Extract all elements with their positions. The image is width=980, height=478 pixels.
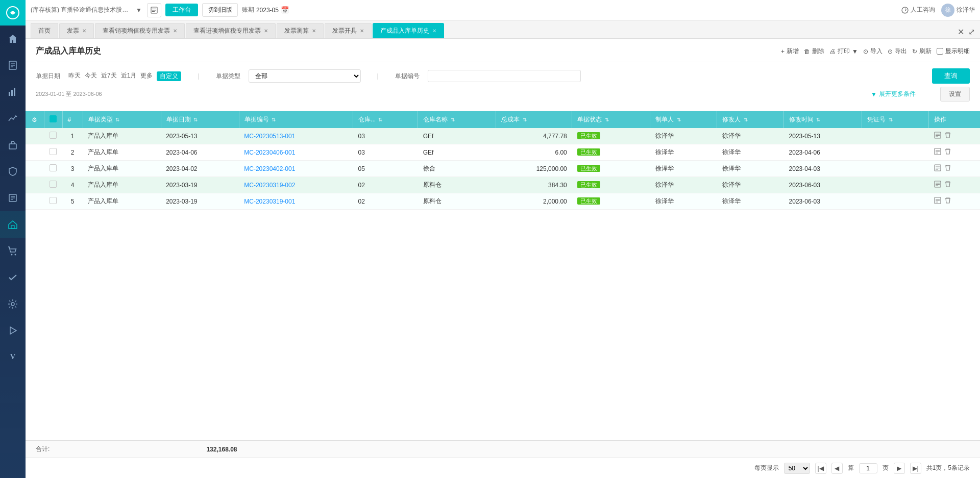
td-doc-no-4[interactable]: MC-20230319-001	[239, 193, 353, 210]
tab-check-sale-vat[interactable]: 查看销项增值税专用发票 ✕	[95, 23, 185, 38]
th-doc-date[interactable]: 单据日期 ⇅	[161, 111, 239, 128]
td-check-2[interactable]	[44, 161, 62, 177]
sidebar-item-settings[interactable]	[0, 291, 26, 317]
th-voucher-no[interactable]: 凭证号 ⇅	[862, 111, 929, 128]
export-btn[interactable]: ⊙ 导出	[888, 47, 907, 56]
row-checkbox-2[interactable]	[50, 164, 57, 171]
date-today[interactable]: 今天	[85, 71, 97, 81]
tab-maximize-icon[interactable]: ⤢	[968, 27, 975, 37]
doc-type-select[interactable]: 全部 产品入库单	[249, 69, 361, 83]
first-page-btn[interactable]: |◀	[815, 463, 826, 474]
tab-invoice-calc[interactable]: 发票测算 ✕	[277, 23, 324, 38]
td-doc-no-2[interactable]: MC-20230402-001	[239, 161, 353, 177]
doc-no-link-4[interactable]: MC-20230319-001	[244, 198, 295, 205]
print-btn[interactable]: 🖨 打印 ▼	[829, 47, 858, 56]
th-warehouse-name[interactable]: 仓库名称 ⇅	[418, 111, 496, 128]
td-check-4[interactable]	[44, 193, 62, 210]
td-doc-no-0[interactable]: MC-20230513-001	[239, 128, 353, 144]
tab-invoice-open[interactable]: 发票开具 ✕	[325, 23, 372, 38]
tab-check-sale-vat-close[interactable]: ✕	[173, 28, 177, 34]
tab-product-inbound[interactable]: 产成品入库单历史 ✕	[373, 23, 444, 38]
expand-filter-btn[interactable]: ▼ 展开更多条件	[871, 90, 916, 98]
set-btn[interactable]: 设置	[940, 87, 970, 102]
sidebar-item-tasks[interactable]	[0, 264, 26, 291]
sidebar-item-analytics[interactable]	[0, 79, 26, 105]
delete-btn[interactable]: 🗑 删除	[804, 47, 824, 56]
sidebar-item-version[interactable]: V	[0, 344, 26, 370]
row-edit-icon-4[interactable]	[934, 197, 941, 206]
doc-no-link-0[interactable]: MC-20230513-001	[244, 133, 295, 140]
workspace-btn[interactable]: 工作台	[165, 4, 198, 16]
row-edit-icon-1[interactable]	[934, 148, 941, 157]
sidebar-item-home[interactable]	[0, 26, 26, 52]
row-delete-icon-4[interactable]	[944, 197, 951, 206]
td-check-1[interactable]	[44, 144, 62, 161]
sidebar-item-assets[interactable]	[0, 132, 26, 158]
query-btn[interactable]: 查询	[932, 68, 970, 84]
row-checkbox-1[interactable]	[50, 148, 57, 155]
th-doc-type[interactable]: 单据类型 ⇅	[83, 111, 161, 128]
tab-invoice[interactable]: 发票 ✕	[59, 23, 94, 38]
refresh-btn[interactable]: ↻ 刷新	[912, 47, 932, 56]
sidebar-item-security[interactable]	[0, 158, 26, 185]
th-modify-time[interactable]: 修改时间 ⇅	[784, 111, 862, 128]
calendar-icon[interactable]: 📅	[281, 6, 289, 14]
td-doc-no-3[interactable]: MC-20230319-002	[239, 177, 353, 193]
page-input[interactable]	[859, 463, 877, 473]
sidebar-item-media[interactable]	[0, 317, 26, 344]
user-menu[interactable]: 徐 徐泽华	[941, 4, 975, 17]
tab-invoice-close[interactable]: ✕	[82, 28, 86, 34]
td-check-3[interactable]	[44, 177, 62, 193]
td-doc-no-1[interactable]: MC-20230406-001	[239, 144, 353, 161]
row-delete-icon-2[interactable]	[944, 164, 951, 173]
row-delete-icon-3[interactable]	[944, 181, 951, 189]
row-checkbox-4[interactable]	[50, 197, 57, 204]
th-warehouse-code[interactable]: 仓库... ⇅	[353, 111, 418, 128]
th-total-cost[interactable]: 总成本 ⇅	[496, 111, 572, 128]
display-detail-checkbox-label[interactable]: 显示明细	[937, 47, 970, 56]
row-edit-icon-0[interactable]	[934, 132, 941, 140]
header-checkbox[interactable]	[50, 115, 57, 122]
th-settings[interactable]: ⚙	[26, 111, 44, 128]
per-page-select[interactable]: 20 50 100	[784, 463, 810, 474]
tab-product-inbound-close[interactable]: ✕	[432, 28, 436, 34]
tab-check-purchase-vat[interactable]: 查看进项增值税专用发票 ✕	[186, 23, 276, 38]
td-check-0[interactable]	[44, 128, 62, 144]
new-btn[interactable]: + 新增	[781, 47, 799, 56]
row-checkbox-0[interactable]	[50, 132, 57, 139]
date-custom[interactable]: 自定义	[157, 71, 181, 81]
prev-page-btn[interactable]: ◀	[831, 463, 843, 474]
import-btn[interactable]: ⊙ 导入	[863, 47, 883, 56]
row-delete-icon-1[interactable]	[944, 148, 951, 157]
sidebar-item-invoice[interactable]	[0, 52, 26, 79]
date-yesterday[interactable]: 昨天	[68, 71, 81, 81]
sidebar-item-warehouse[interactable]	[0, 211, 26, 238]
document-icon-btn[interactable]	[147, 3, 161, 17]
sidebar-item-documents[interactable]	[0, 185, 26, 211]
row-delete-icon-0[interactable]	[944, 132, 951, 140]
row-edit-icon-2[interactable]	[934, 164, 941, 173]
tab-home[interactable]: 首页	[31, 23, 58, 38]
support-btn[interactable]: 人工咨询	[901, 6, 935, 14]
doc-no-link-2[interactable]: MC-20230402-001	[244, 165, 295, 172]
display-detail-checkbox[interactable]	[937, 48, 943, 55]
tab-close-icon[interactable]: ✕	[958, 27, 964, 37]
switch-version-btn[interactable]: 切到旧版	[202, 3, 238, 17]
date-7days[interactable]: 近7天	[101, 71, 117, 81]
row-edit-icon-3[interactable]	[934, 181, 941, 189]
th-checkbox[interactable]	[44, 111, 62, 128]
date-more[interactable]: 更多	[140, 71, 153, 81]
th-modifier[interactable]: 修改人 ⇅	[717, 111, 784, 128]
title-dropdown[interactable]: ▼	[136, 7, 142, 14]
tab-invoice-open-close[interactable]: ✕	[360, 28, 364, 34]
th-doc-no[interactable]: 单据编号 ⇅	[239, 111, 353, 128]
last-page-btn[interactable]: ▶|	[910, 463, 921, 474]
next-page-btn[interactable]: ▶	[894, 463, 905, 474]
tab-invoice-calc-close[interactable]: ✕	[312, 28, 316, 34]
date-1month[interactable]: 近1月	[121, 71, 137, 81]
sidebar-item-purchase[interactable]	[0, 238, 26, 264]
doc-no-input[interactable]	[428, 70, 581, 82]
tab-check-purchase-vat-close[interactable]: ✕	[264, 28, 268, 34]
th-status[interactable]: 单据状态 ⇅	[572, 111, 650, 128]
row-checkbox-3[interactable]	[50, 181, 57, 188]
